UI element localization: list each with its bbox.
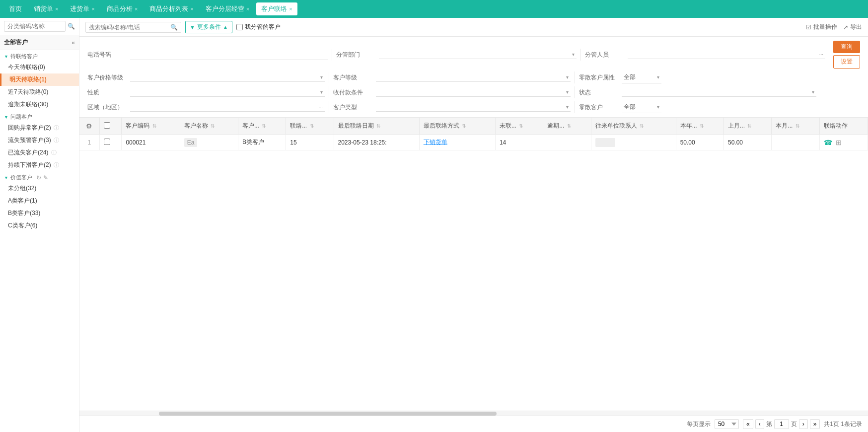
page-number-input[interactable]: [774, 419, 789, 429]
sidebar-item-continuous-down[interactable]: 持续下滑客户(2) ⓘ: [0, 159, 79, 171]
sort-icon-type: ⇅: [262, 123, 266, 129]
toolbar-search-box: 🔍: [85, 22, 181, 33]
more-filter-button[interactable]: ▼ 更多条件 ▲: [185, 21, 232, 33]
sidebar-item-already-lost[interactable]: 已流失客户(24) ⓘ: [0, 146, 79, 159]
data-table: ⚙ 客户编码 ⇅ 客户名称 ⇅: [79, 118, 868, 150]
cell-checkbox[interactable]: [99, 135, 122, 150]
col-past-contact[interactable]: 往来单位联系人 ⇅: [591, 118, 676, 135]
nav-home[interactable]: 首页: [4, 2, 27, 15]
filter-person-select[interactable]: ···: [628, 50, 825, 59]
row-checkbox[interactable]: [104, 139, 110, 145]
query-button[interactable]: 查询: [833, 41, 860, 53]
toolbar-search-icon[interactable]: 🔍: [170, 24, 178, 31]
filter-price-level-select[interactable]: ▾: [130, 73, 325, 82]
filter-customer-level-select[interactable]: ▾: [376, 73, 571, 82]
triangle-icon-3: ▼: [4, 175, 8, 180]
col-type[interactable]: 客户... ⇅: [238, 118, 286, 135]
gear-icon[interactable]: ⚙: [86, 122, 92, 130]
filter-status-select[interactable]: ▾: [622, 88, 816, 97]
checkbox-icon: ☑: [806, 24, 811, 31]
nav-sales-close[interactable]: ×: [55, 6, 58, 12]
toolbar-search-input[interactable]: [89, 24, 168, 31]
col-this-year[interactable]: 本年... ⇅: [676, 118, 723, 135]
next-page-button[interactable]: ›: [799, 419, 808, 429]
phone-action-icon[interactable]: ☎: [824, 139, 832, 146]
last-page-button[interactable]: »: [810, 419, 820, 429]
sidebar-item-class-c[interactable]: C类客户(6): [0, 219, 79, 232]
sidebar-group-value-label: 价值客户: [10, 174, 32, 181]
nav-customer-tier[interactable]: 客户分层经营 ×: [201, 2, 254, 15]
col-uncontact[interactable]: 未联... ⇅: [495, 118, 543, 135]
sidebar-item-week7[interactable]: 近7天待联络(0): [0, 86, 79, 98]
filter-customer-type-select[interactable]: ▾: [376, 103, 571, 112]
nav-sales[interactable]: 销货单 ×: [29, 2, 63, 15]
col-last-month[interactable]: 上月... ⇅: [723, 118, 771, 135]
nav-analysis-label: 商品分析: [107, 4, 133, 13]
cell-name: Ea: [180, 135, 238, 150]
filter-region-select[interactable]: ···: [130, 103, 325, 112]
nav-analysis-list-close[interactable]: ×: [190, 6, 193, 12]
export-button[interactable]: ↗ 导出: [843, 23, 862, 31]
select-all-checkbox[interactable]: [104, 122, 110, 129]
reset-button[interactable]: 设置: [833, 55, 860, 69]
sidebar-search-input[interactable]: [4, 21, 66, 32]
cell-this-month: [772, 135, 819, 150]
page-label: 第: [766, 420, 772, 429]
filter-payment-select[interactable]: ▾: [376, 88, 571, 97]
nav-sales-label: 销货单: [34, 4, 53, 13]
nav-customer-contact[interactable]: 客户联络 ×: [256, 2, 297, 15]
sidebar-item-overdue[interactable]: 逾期未联络(30): [0, 98, 79, 111]
cell-last-method[interactable]: 下销货单: [419, 135, 495, 150]
filter-nature-select[interactable]: ▾: [130, 88, 325, 97]
export-label: 导出: [850, 23, 862, 31]
sidebar-item-class-a[interactable]: A类客户(1): [0, 195, 79, 207]
refresh-icon[interactable]: ↻: [36, 174, 41, 181]
scrollbar-thumb[interactable]: [159, 412, 497, 416]
col-name[interactable]: 客户名称 ⇅: [180, 118, 238, 135]
my-customer-checkbox-label[interactable]: 我分管的客户: [236, 23, 281, 31]
sidebar-item-class-b[interactable]: B类客户(33): [0, 207, 79, 219]
sidebar-item-ungrouped[interactable]: 未分组(32): [0, 182, 79, 195]
col-this-month[interactable]: 本月... ⇅: [772, 118, 819, 135]
col-last-method[interactable]: 最后联络方式 ⇅: [419, 118, 495, 135]
filter-retail-select[interactable]: 全部 ▾: [622, 101, 661, 113]
col-last-date[interactable]: 最后联络日期 ⇅: [334, 118, 419, 135]
my-customer-checkbox[interactable]: [236, 24, 243, 30]
prev-page-button[interactable]: ‹: [755, 419, 764, 429]
filter-dept-select[interactable]: ▾: [379, 50, 577, 59]
nav-purchase[interactable]: 进货单 ×: [65, 2, 99, 15]
col-gear[interactable]: ⚙: [79, 118, 99, 135]
toolbar: 🔍 ▼ 更多条件 ▲ 我分管的客户 ☑ 批量操作 ↗ 导出: [79, 18, 868, 37]
last-method-link[interactable]: 下销货单: [424, 139, 447, 145]
sidebar-collapse-icon[interactable]: «: [72, 39, 75, 46]
sidebar-item-repurchase[interactable]: 回购异常客户(2) ⓘ: [0, 122, 79, 134]
nav-purchase-close[interactable]: ×: [91, 6, 94, 12]
grid-action-icon[interactable]: ⊞: [836, 139, 842, 146]
chevron-down-icon-7: ▾: [812, 89, 814, 95]
nav-analysis-list[interactable]: 商品分析列表 ×: [145, 2, 198, 15]
cell-overdue: [543, 135, 591, 150]
col-code[interactable]: 客户编码 ⇅: [122, 118, 180, 135]
sidebar-group-pending: ▼ 待联络客户: [0, 50, 79, 61]
sidebar-item-today[interactable]: 今天待联络(0): [0, 61, 79, 73]
col-overdue[interactable]: 逾期... ⇅: [543, 118, 591, 135]
sidebar-item-tomorrow[interactable]: 明天待联络(1): [0, 73, 79, 86]
page-size-select[interactable]: 10 20 50 100: [715, 419, 739, 429]
filter-phone-input[interactable]: [130, 50, 328, 60]
sidebar-all-customers[interactable]: 全部客户 «: [0, 35, 79, 50]
filter-row-3: 性质 ▾ 收付款条件 ▾ 状态: [87, 86, 860, 98]
edit-icon[interactable]: ✎: [43, 174, 48, 181]
nav-analysis[interactable]: 商品分析 ×: [102, 2, 143, 15]
col-contact-count[interactable]: 联络... ⇅: [286, 118, 334, 135]
filter-retail-attr-select[interactable]: 全部 ▾: [622, 72, 661, 83]
horizontal-scrollbar[interactable]: [79, 411, 868, 416]
batch-op-button[interactable]: ☑ 批量操作: [806, 23, 837, 31]
first-page-button[interactable]: «: [743, 419, 753, 429]
nav-customer-contact-close[interactable]: ×: [289, 6, 292, 12]
col-checkbox[interactable]: [99, 118, 122, 135]
sidebar-item-lost-risk[interactable]: 流失预警客户(3) ⓘ: [0, 134, 79, 146]
ellipsis-icon-1: ···: [819, 52, 823, 57]
nav-customer-tier-close[interactable]: ×: [246, 6, 249, 12]
sidebar-search-icon[interactable]: 🔍: [68, 23, 75, 30]
nav-analysis-close[interactable]: ×: [135, 6, 138, 12]
